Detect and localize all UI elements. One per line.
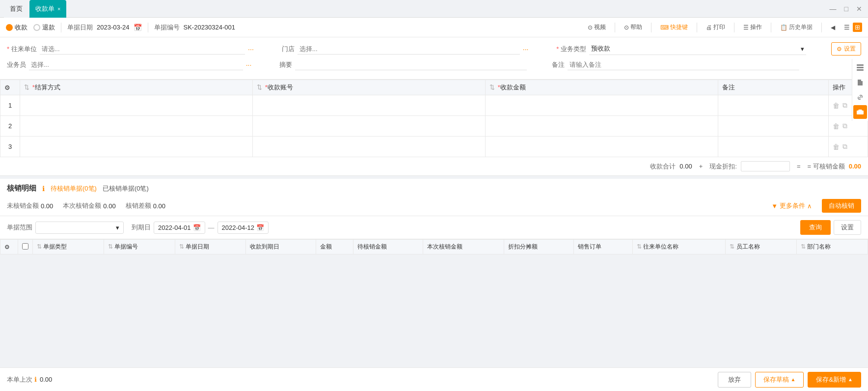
verification-info-icon[interactable]: ℹ (42, 185, 45, 193)
diff-stat: 核销差额 0.00 (126, 201, 165, 210)
filter-actions: 查询 设置 (800, 220, 861, 235)
nav-prev-button[interactable]: ◀ (828, 23, 838, 32)
counterpart-input[interactable] (40, 44, 245, 55)
form-row-2: 业务员 ··· 摘要 备注 (7, 59, 861, 70)
pending-tab[interactable]: 待核销单据(0笔) (51, 184, 97, 193)
radio-refund[interactable]: 退款 (33, 23, 55, 32)
row-1-amount[interactable] (486, 95, 718, 116)
tab-receipt[interactable]: 收款单 × (29, 0, 66, 18)
row-3-delete-icon[interactable]: 🗑 (833, 143, 840, 151)
auto-clear-button[interactable]: 自动核销 (822, 199, 861, 213)
row-1-copy-icon[interactable]: ⧉ (842, 101, 847, 110)
due-date-end-input[interactable]: 2022-04-12 📅 (217, 222, 269, 234)
calendar-icon[interactable]: 📅 (134, 24, 142, 31)
current-stat: 本次核销金额 0.00 (63, 201, 115, 210)
table-row: 3 🗑 ⧉ (0, 137, 868, 157)
store-field: 门店 ··· (282, 44, 532, 55)
th-settle: ⇅ *结算方式 (20, 80, 253, 95)
counterpart-label: * 往来单位 (7, 45, 40, 54)
staff-input[interactable] (29, 59, 243, 70)
shortcut-button[interactable]: ⌨ 快捷键 (657, 22, 691, 32)
row-3-remark[interactable] (718, 137, 829, 157)
table-row: 2 🗑 ⧉ (0, 116, 868, 137)
radio-receipt[interactable]: 收款 (6, 23, 27, 32)
tab-close-icon[interactable]: × (57, 6, 60, 12)
stats-row: 未核销金额 0.00 本次核销金额 0.00 核销差额 0.00 ▼ 更多条件 … (0, 196, 868, 216)
row-3-account[interactable] (253, 137, 486, 157)
shortcut-icon: ⌨ (660, 24, 669, 31)
result-value: 0.00 (849, 163, 861, 170)
date-label: 单据日期 (67, 23, 93, 32)
row-2-copy-icon[interactable]: ⧉ (842, 122, 847, 130)
row-3-action: 🗑 ⧉ (829, 137, 868, 157)
bth-gear[interactable]: ⚙ (0, 240, 18, 254)
more-filter-button[interactable]: ▼ 更多条件 ∧ (771, 201, 812, 210)
grid-view-button[interactable]: ⊞ (853, 23, 862, 32)
select-all-checkbox[interactable] (22, 243, 28, 250)
due-date-label: 到期日 (132, 223, 151, 232)
row-1-account[interactable] (253, 95, 486, 116)
row-1-remark[interactable] (718, 95, 829, 116)
counterpart-more-button[interactable]: ··· (245, 45, 257, 53)
row-2-account[interactable] (253, 116, 486, 137)
diff-value: 0.00 (153, 202, 165, 210)
row-2-settle[interactable] (20, 116, 253, 137)
abandon-button[interactable]: 放弃 (718, 372, 751, 388)
total-label: 收款合计 (650, 162, 676, 171)
footer-info: 本单上次 ℹ (7, 375, 37, 384)
settings-button[interactable]: ⚙ 设置 (831, 42, 861, 56)
help-button[interactable]: ⊙ 帮助 (621, 22, 645, 32)
row-3-amount[interactable] (486, 137, 718, 157)
summary-input[interactable] (295, 59, 527, 70)
nav-arrows: ◀ (828, 23, 838, 32)
right-panel-table-icon[interactable] (853, 61, 867, 75)
maximize-button[interactable]: □ (842, 4, 850, 14)
divider-5 (697, 23, 697, 32)
th-gear[interactable]: ⚙ (0, 80, 20, 95)
business-type-select[interactable]: 预收款 ▾ (589, 43, 806, 55)
history-button[interactable]: 📋 历史单据 (777, 22, 815, 32)
query-button[interactable]: 查询 (800, 220, 831, 235)
bill-no-value: SK-20230324-001 (184, 24, 236, 31)
help-icon: ⊙ (624, 24, 629, 31)
right-panel-link-icon[interactable] (853, 90, 867, 104)
th-amount: ⇅ *收款金额 (486, 80, 718, 95)
due-date-start-input[interactable]: 2022-04-01 📅 (154, 222, 205, 234)
row-3-settle[interactable] (20, 137, 253, 157)
row-2-delete-icon[interactable]: 🗑 (833, 122, 840, 130)
row-2-amount[interactable] (486, 116, 718, 137)
staff-more-button[interactable]: ··· (243, 61, 255, 69)
store-more-button[interactable]: ··· (520, 45, 532, 53)
table-row: 1 🗑 ⧉ (0, 95, 868, 116)
bottom-settings-button[interactable]: 设置 (834, 220, 861, 235)
end-date-value: 2022-04-12 (222, 224, 255, 231)
video-button[interactable]: ⊙ 视频 (585, 22, 609, 32)
right-panel (852, 59, 868, 121)
store-input[interactable] (298, 44, 520, 55)
summary-row: 收款合计 0.00 + 现金折扣: = = 可核销金额 0.00 (0, 157, 868, 176)
right-panel-camera-icon[interactable] (853, 105, 867, 119)
right-panel-doc-icon[interactable] (853, 76, 867, 89)
bth-counterpart: ⇅ 往来单位名称 (633, 240, 726, 254)
row-1-settle[interactable] (20, 95, 253, 116)
row-1-delete-icon[interactable]: 🗑 (833, 102, 840, 110)
save-new-button[interactable]: 保存&新增 ▲ (808, 372, 861, 388)
list-view-button[interactable]: ☰ (842, 23, 852, 32)
range-select[interactable]: ▾ (35, 222, 124, 234)
business-type-label: * 业务类型 (556, 45, 589, 54)
bill-no-label: 单据编号 (154, 23, 180, 32)
row-3-copy-icon[interactable]: ⧉ (842, 142, 847, 151)
row-2-remark[interactable] (718, 116, 829, 137)
save-draft-button[interactable]: 保存草稿 ▲ (755, 372, 804, 388)
discount-input[interactable] (741, 161, 790, 171)
print-button[interactable]: 🖨 打印 (703, 22, 728, 32)
minimize-button[interactable]: — (828, 4, 839, 14)
main-scroll[interactable]: * 往来单位 ··· 门店 ··· * 业务类型 预 (0, 37, 868, 387)
chevron-down-icon: ▾ (801, 45, 804, 53)
close-button[interactable]: ✕ (854, 4, 864, 14)
done-tab[interactable]: 已核销单据(0笔) (103, 184, 149, 193)
remark-input[interactable] (568, 59, 799, 70)
tab-home[interactable]: 首页 (4, 0, 28, 18)
operations-button[interactable]: ☰ 操作 (740, 22, 765, 32)
footer-left: 本单上次 ℹ 0.00 (7, 375, 52, 384)
